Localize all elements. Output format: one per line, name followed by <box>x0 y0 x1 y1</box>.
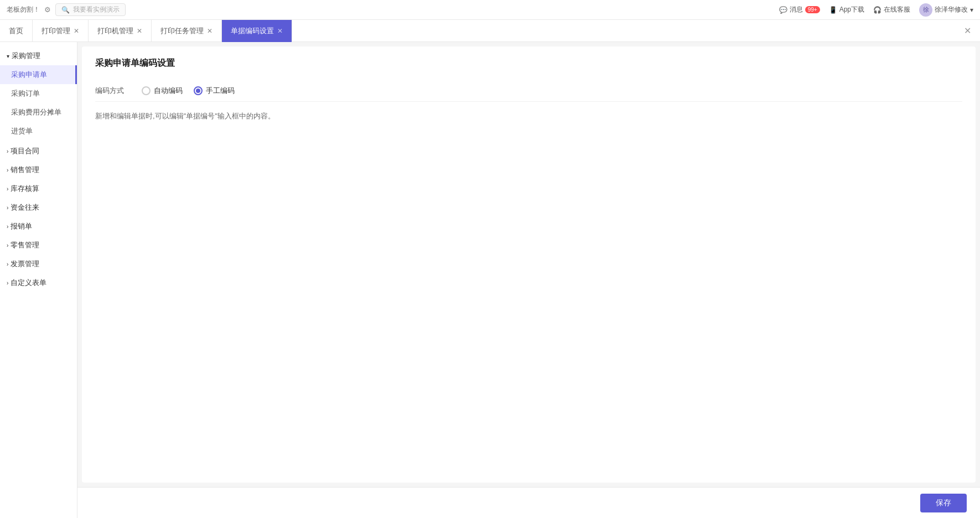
sidebar-group-funds-label: 资金往来 <box>11 203 39 213</box>
radio-manual-encode[interactable]: 手工编码 <box>194 86 235 96</box>
save-button[interactable]: 保存 <box>920 494 967 512</box>
sidebar-group-retail-label: 零售管理 <box>11 240 39 250</box>
chevron-right-icon: › <box>7 186 8 192</box>
tab-single-encode-label: 单据编码设置 <box>231 26 274 36</box>
radio-auto-encode[interactable]: 自动编码 <box>142 86 183 96</box>
settings-icon[interactable]: ⚙ <box>44 6 51 14</box>
headset-icon: 🎧 <box>873 6 882 14</box>
sidebar-item-purchase-request[interactable]: 采购申请单 <box>0 65 77 84</box>
tab-printer-mgmt[interactable]: 打印机管理 ✕ <box>89 20 152 42</box>
message-button[interactable]: 💬 消息 99+ <box>779 5 820 14</box>
message-badge: 99+ <box>805 6 820 13</box>
content-area: 采购申请单编码设置 编码方式 自动编码 手工编码 <box>77 42 980 518</box>
search-icon: 🔍 <box>61 6 70 14</box>
sidebar-group-returns-header[interactable]: › 报销单 <box>0 217 77 236</box>
radio-auto-encode-label: 自动编码 <box>154 86 183 96</box>
main-layout: ▾ 采购管理 采购申请单 采购订单 采购费用分摊单 进货单 › 项目合同 › 销… <box>0 42 980 518</box>
app-download-label: App下载 <box>839 5 864 14</box>
chevron-right-icon: › <box>7 280 8 286</box>
sidebar-group-funds-header[interactable]: › 资金往来 <box>0 198 77 217</box>
avatar: 徐 <box>919 3 932 17</box>
sidebar-group-invoice-label: 发票管理 <box>11 259 39 269</box>
sidebar-group-returns-label: 报销单 <box>11 221 32 231</box>
sidebar-group-invoice-header[interactable]: › 发票管理 <box>0 255 77 273</box>
radio-group-encoding: 自动编码 手工编码 <box>142 86 235 96</box>
search-bar[interactable]: 🔍 我要看实例演示 <box>55 3 126 16</box>
sidebar-item-purchase-request-label: 采购申请单 <box>11 70 47 79</box>
tab-printer-mgmt-label: 打印机管理 <box>97 26 133 36</box>
sidebar-group-custom-form-label: 自定义表单 <box>11 278 46 288</box>
sidebar-item-purchase-expense-label: 采购费用分摊单 <box>11 108 61 116</box>
sidebar-item-purchase-order-label: 采购订单 <box>11 89 40 97</box>
sidebar-item-purchase-expense[interactable]: 采购费用分摊单 <box>0 103 77 122</box>
online-service-button[interactable]: 🎧 在线客服 <box>873 5 910 14</box>
app-logo: 老板勿割！ <box>7 5 40 14</box>
app-download-icon: 📱 <box>829 6 837 14</box>
tab-bar-close-all[interactable]: ✕ <box>964 25 980 36</box>
app-download-button[interactable]: 📱 App下载 <box>829 5 864 14</box>
username-label: 徐泽华修改 <box>935 5 968 14</box>
sidebar-group-inventory-header[interactable]: › 库存核算 <box>0 179 77 198</box>
tab-print-mgmt-label: 打印管理 <box>42 26 70 36</box>
chevron-right-icon: › <box>7 167 8 173</box>
chevron-right-icon: › <box>7 148 8 154</box>
search-placeholder-text: 我要看实例演示 <box>73 5 120 14</box>
tab-printer-mgmt-close[interactable]: ✕ <box>137 27 142 35</box>
chevron-down-icon: ▾ <box>7 53 9 59</box>
sidebar-group-project-contract-label: 项目合同 <box>11 146 39 156</box>
chevron-right-icon: › <box>7 224 8 230</box>
tab-print-mgmt-close[interactable]: ✕ <box>74 27 79 35</box>
sidebar-group-retail-header[interactable]: › 零售管理 <box>0 236 77 255</box>
user-profile[interactable]: 徐 徐泽华修改 ▾ <box>919 3 973 17</box>
sidebar-item-stock-in-label: 进货单 <box>11 127 33 135</box>
sidebar-group-purchase: ▾ 采购管理 采购申请单 采购订单 采购费用分摊单 进货单 <box>0 46 77 141</box>
tab-single-encode[interactable]: 单据编码设置 ✕ <box>222 20 292 42</box>
sidebar-group-sales-header[interactable]: › 销售管理 <box>0 160 77 179</box>
chevron-right-icon: › <box>7 242 8 248</box>
hint-text: 新增和编辑单据时,可以编辑"单据编号"输入框中的内容。 <box>95 111 962 122</box>
tab-print-mgmt[interactable]: 打印管理 ✕ <box>33 20 89 42</box>
page-title: 采购申请单编码设置 <box>95 58 962 69</box>
tab-print-task-mgmt-close[interactable]: ✕ <box>207 27 212 35</box>
tab-single-encode-close[interactable]: ✕ <box>277 27 283 35</box>
top-bar-left: 老板勿割！ ⚙ 🔍 我要看实例演示 <box>7 3 126 16</box>
sidebar-group-inventory-label: 库存核算 <box>11 184 39 194</box>
radio-auto-encode-circle <box>142 86 151 95</box>
message-icon: 💬 <box>779 6 787 14</box>
chevron-right-icon: › <box>7 205 8 211</box>
tab-print-task-mgmt-label: 打印任务管理 <box>160 26 204 36</box>
tab-print-task-mgmt[interactable]: 打印任务管理 ✕ <box>152 20 222 42</box>
content-wrapper: 采购申请单编码设置 编码方式 自动编码 手工编码 <box>77 42 980 518</box>
sidebar-item-stock-in[interactable]: 进货单 <box>0 122 77 141</box>
radio-manual-encode-circle <box>194 86 203 95</box>
sidebar-group-purchase-label: 采购管理 <box>12 51 40 61</box>
encoding-row: 编码方式 自动编码 手工编码 <box>95 80 962 102</box>
online-service-label: 在线客服 <box>884 5 910 14</box>
sidebar-group-purchase-header[interactable]: ▾ 采购管理 <box>0 46 77 65</box>
tab-bar: 首页 打印管理 ✕ 打印机管理 ✕ 打印任务管理 ✕ 单据编码设置 ✕ ✕ <box>0 20 980 42</box>
content-inner: 采购申请单编码设置 编码方式 自动编码 手工编码 <box>82 46 976 483</box>
radio-manual-encode-label: 手工编码 <box>206 86 235 96</box>
tab-home[interactable]: 首页 <box>0 20 33 42</box>
top-bar: 老板勿割！ ⚙ 🔍 我要看实例演示 💬 消息 99+ 📱 App下载 🎧 在线客… <box>0 0 980 20</box>
footer-bar: 保存 <box>77 487 980 518</box>
sidebar: ▾ 采购管理 采购申请单 采购订单 采购费用分摊单 进货单 › 项目合同 › 销… <box>0 42 77 518</box>
chevron-right-icon: › <box>7 261 8 267</box>
encoding-label: 编码方式 <box>95 86 128 96</box>
chevron-down-icon: ▾ <box>970 6 973 14</box>
sidebar-group-custom-form-header[interactable]: › 自定义表单 <box>0 273 77 292</box>
sidebar-group-sales-label: 销售管理 <box>11 165 39 175</box>
message-label: 消息 <box>790 5 803 14</box>
sidebar-item-purchase-order[interactable]: 采购订单 <box>0 84 77 103</box>
sidebar-group-project-contract-header[interactable]: › 项目合同 <box>0 142 77 160</box>
tab-home-label: 首页 <box>9 26 23 36</box>
top-bar-right: 💬 消息 99+ 📱 App下载 🎧 在线客服 徐 徐泽华修改 ▾ <box>779 3 973 17</box>
